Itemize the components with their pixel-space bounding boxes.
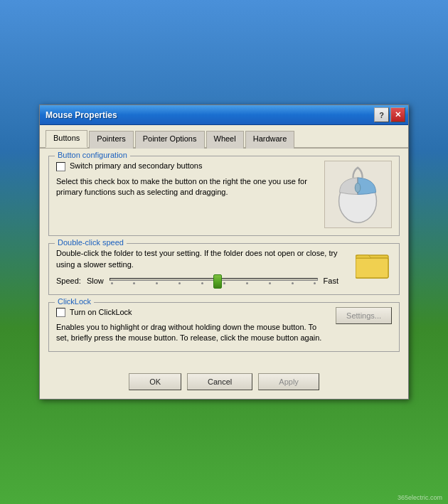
clicklock-description: Enables you to highlight or drag without…	[56, 322, 329, 344]
button-config-label: Button configuration	[55, 151, 130, 159]
svg-point-2	[355, 183, 361, 193]
slider-dot	[201, 282, 203, 284]
tab-hardware[interactable]: Hardware	[245, 131, 295, 149]
close-button[interactable]: ✕	[390, 107, 405, 122]
double-click-label: Double-click speed	[55, 238, 127, 247]
clicklock-label: ClickLock	[55, 297, 94, 306]
clicklock-checkbox-row: Turn on ClickLock	[56, 307, 329, 318]
speed-label: Speed:	[56, 276, 81, 286]
slider-dot	[178, 282, 181, 284]
speed-slider-wrapper	[110, 278, 318, 284]
svg-rect-4	[356, 258, 388, 278]
slider-dot	[246, 282, 248, 284]
window-title: Mouse Properties	[46, 110, 117, 120]
slider-dot	[269, 282, 271, 284]
title-bar: Mouse Properties ? ✕	[40, 105, 408, 125]
slider-dot	[314, 282, 316, 284]
fast-label: Fast	[324, 276, 338, 286]
button-config-inner: Switch primary and secondary buttons Sel…	[56, 161, 392, 228]
slider-dot	[156, 282, 158, 284]
speed-section: Double-click the folder to test your set…	[56, 248, 392, 286]
double-click-description: Double-click the folder to test your set…	[56, 248, 338, 270]
clicklock-inner: Turn on ClickLock Enables you to highlig…	[56, 307, 392, 344]
ok-button[interactable]: OK	[129, 373, 181, 390]
mouse-icon	[331, 164, 385, 225]
slider-dot	[133, 282, 135, 284]
folder-icon[interactable]	[353, 248, 392, 280]
tab-content: Button configuration Switch primary and …	[40, 149, 408, 365]
title-bar-buttons: ? ✕	[374, 107, 405, 122]
speed-text: Double-click the folder to test your set…	[56, 248, 338, 286]
clicklock-text: Turn on ClickLock Enables you to highlig…	[56, 307, 329, 344]
slider-dot	[223, 282, 225, 284]
dialog-button-row: OK Cancel Apply	[40, 366, 408, 399]
tab-wheel[interactable]: Wheel	[206, 131, 244, 149]
primary-secondary-label: Switch primary and secondary buttons	[70, 161, 202, 171]
clicklock-checkbox[interactable]	[56, 308, 65, 317]
help-button[interactable]: ?	[374, 107, 389, 122]
tab-buttons[interactable]: Buttons	[46, 130, 87, 148]
speed-slider-thumb[interactable]	[213, 274, 222, 289]
button-configuration-group: Button configuration Switch primary and …	[48, 156, 400, 236]
speed-row: Speed: Slow	[56, 276, 338, 286]
tab-bar: Buttons Pointers Pointer Options Wheel H…	[40, 125, 408, 149]
slider-dot	[111, 282, 113, 284]
button-config-text: Switch primary and secondary buttons Sel…	[56, 161, 317, 228]
primary-secondary-checkbox-row: Switch primary and secondary buttons	[56, 161, 317, 171]
watermark: 365electric.com	[398, 494, 442, 501]
double-click-speed-group: Double-click speed Double-click the fold…	[48, 243, 400, 294]
clicklock-group: ClickLock Turn on ClickLock Enables you …	[48, 302, 400, 352]
tab-pointer-options[interactable]: Pointer Options	[135, 131, 205, 149]
primary-secondary-checkbox[interactable]	[56, 162, 65, 171]
cancel-button[interactable]: Cancel	[187, 373, 252, 390]
mouse-image	[324, 161, 392, 228]
mouse-properties-dialog: Mouse Properties ? ✕ Buttons Pointers Po…	[39, 104, 409, 399]
settings-button[interactable]: Settings...	[336, 307, 392, 324]
apply-button[interactable]: Apply	[258, 373, 319, 390]
button-config-description: Select this check box to make the button…	[56, 176, 317, 198]
slow-label: Slow	[87, 276, 104, 286]
clicklock-checkbox-label: Turn on ClickLock	[70, 307, 132, 318]
folder-svg	[356, 250, 390, 279]
tab-pointers[interactable]: Pointers	[89, 131, 133, 149]
slider-dot	[292, 282, 294, 284]
